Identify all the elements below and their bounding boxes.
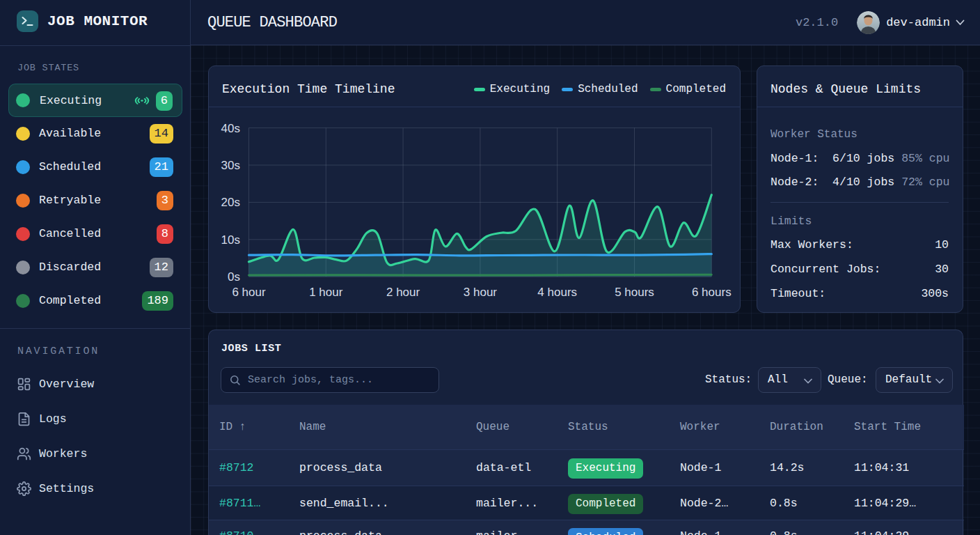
svg-text:1 hour: 1 hour — [309, 286, 343, 299]
svg-text:2 hour: 2 hour — [386, 286, 420, 299]
svg-text:6 hour: 6 hour — [232, 286, 266, 299]
svg-text:5 hours: 5 hours — [615, 286, 654, 299]
svg-text:20s: 20s — [221, 196, 240, 209]
svg-text:0s: 0s — [228, 270, 240, 284]
svg-text:3 hour: 3 hour — [464, 286, 498, 299]
svg-text:10s: 10s — [221, 233, 240, 247]
svg-text:4 hours: 4 hours — [537, 286, 577, 299]
svg-text:6 hours: 6 hours — [692, 286, 732, 299]
svg-text:40s: 40s — [221, 122, 240, 135]
svg-text:30s: 30s — [221, 159, 240, 172]
